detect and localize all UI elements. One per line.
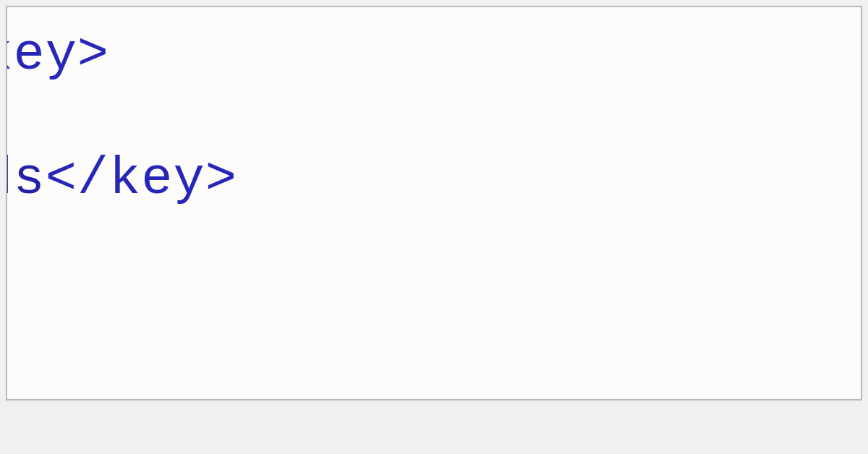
tag-name-key: key	[6, 25, 77, 85]
text-ads: ads	[6, 150, 46, 209]
tag-close-bracket: >	[77, 25, 109, 85]
tag-name-key-2: key	[109, 150, 205, 209]
code-snippet-box: /key> ads</key>	[6, 6, 862, 401]
code-line-1: /key>	[6, 29, 861, 81]
tag-close-bracket-2: >	[205, 150, 237, 209]
code-line-2: ads</key>	[6, 153, 861, 205]
tag-open-close: </	[46, 150, 109, 209]
